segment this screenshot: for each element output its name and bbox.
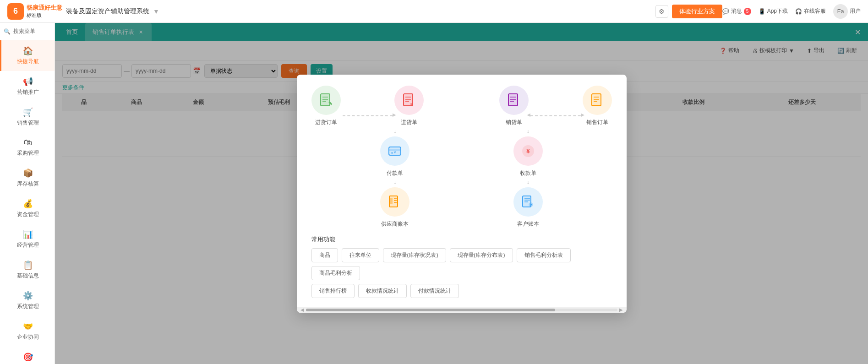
func-btn-stock-dist[interactable]: 现存量(库存分布表) — [450, 248, 513, 262]
home-icon: 🏠 — [23, 46, 33, 56]
newbie-icon: 🎯 — [23, 352, 33, 362]
supplier-ledger-circle[interactable] — [380, 187, 409, 217]
arrow-down-purchase: ↓ — [380, 128, 409, 135]
header-right: 💬 消息 5 📱 App下载 🎧 在线客服 Ea 用户 — [722, 4, 861, 19]
flow-node-purchase-order[interactable]: 进货订单 — [311, 86, 341, 126]
system-title: 装备及固定资产辅助管理系统 ▼ — [66, 7, 655, 16]
flow-node-receipt[interactable]: ¥ 收款单 — [513, 136, 543, 177]
online-service-button[interactable]: 🎧 在线客服 — [795, 7, 826, 15]
flow-node-purchase-bill[interactable]: 进货单 — [394, 86, 424, 126]
flow-node-sales-order[interactable]: 销售订单 — [583, 86, 612, 126]
sidebar-item-quick-nav[interactable]: 🏠 快捷导航 — [0, 40, 55, 71]
sidebar-item-enterprise[interactable]: 🤝 企业协同 — [0, 316, 55, 347]
common-functions: 常用功能 商品 往来单位 现存量(库存状况表) 现存量(库存分布表) 销售毛利分… — [311, 235, 612, 298]
svg-text:¥: ¥ — [393, 150, 396, 154]
sidebar-item-operation[interactable]: 📊 经营管理 — [0, 224, 55, 255]
download-icon: 📱 — [759, 8, 765, 15]
overlay[interactable]: 进货订单 进货单 — [55, 23, 868, 364]
sidebar-item-basic[interactable]: 📋 基础信息 — [0, 255, 55, 285]
message-icon: 💬 — [722, 8, 729, 15]
message-badge: 5 — [744, 8, 751, 15]
search-icon: 🔍 — [4, 28, 11, 35]
trial-button[interactable]: 体验行业方案 — [672, 5, 722, 18]
sidebar-item-newbie[interactable]: 🎯 新手引导 — [0, 347, 55, 364]
sidebar-item-inventory[interactable]: 📦 库存核算 — [0, 163, 55, 193]
message-button[interactable]: 💬 消息 5 — [722, 7, 751, 15]
scroll-right-button[interactable]: ▶ — [617, 307, 625, 312]
sales-bill-circle[interactable] — [499, 86, 529, 115]
svg-point-23 — [391, 152, 393, 154]
scrollbar-track[interactable] — [306, 309, 617, 311]
svg-rect-15 — [592, 94, 601, 106]
purchase-icon: 🛍 — [24, 138, 32, 147]
dropdown-arrow-icon[interactable]: ▼ — [153, 8, 159, 15]
guide-modal: 进货订单 进货单 — [297, 75, 627, 313]
arrow-purchase-order-to-bill — [343, 115, 393, 116]
sidebar-item-finance[interactable]: 💰 资金管理 — [0, 193, 55, 224]
func-btn-sales-profit[interactable]: 销售毛利分析表 — [517, 248, 571, 262]
app-download-button[interactable]: 📱 App下载 — [759, 7, 788, 15]
purchase-order-circle[interactable] — [311, 86, 341, 115]
guide-modal-content: 进货订单 进货单 — [297, 75, 627, 307]
user-menu-button[interactable]: Ea 用户 — [833, 4, 861, 19]
sidebar-item-sales[interactable]: 🛒 销售管理 — [0, 102, 55, 132]
sidebar: 🔍 搜索菜单 🏠 快捷导航 📢 营销推广 🛒 销售管理 🛍 采购管理 📦 库存核… — [0, 23, 55, 364]
func-btn-receipt-stats[interactable]: 收款情况统计 — [358, 284, 407, 298]
settings-button[interactable]: ⚙ — [655, 5, 668, 18]
svg-rect-10 — [508, 94, 518, 106]
flow-node-payment[interactable]: ¥ 付款单 — [380, 136, 409, 177]
flow-node-supplier-ledger[interactable]: 供应商账本 — [380, 187, 409, 228]
marketing-icon: 📢 — [23, 76, 33, 87]
sidebar-item-purchase[interactable]: 🛍 采购管理 — [0, 132, 55, 163]
finance-icon: 💰 — [23, 199, 33, 209]
svg-rect-29 — [390, 198, 393, 204]
function-btns-row1: 商品 往来单位 现存量(库存状况表) 现存量(库存分布表) 销售毛利分析表 商品… — [311, 248, 612, 280]
sidebar-item-system[interactable]: ⚙️ 系统管理 — [0, 285, 55, 316]
func-btn-product-profit[interactable]: 商品毛利分析 — [311, 266, 360, 280]
svg-rect-0 — [321, 94, 330, 106]
arrow-down-receipt: ↓ — [513, 179, 543, 185]
arrow-down-payment: ↓ — [380, 179, 409, 185]
enterprise-icon: 🤝 — [23, 321, 33, 331]
scrollbar-thumb[interactable] — [306, 309, 555, 311]
main-layout: 🔍 搜索菜单 🏠 快捷导航 📢 营销推广 🛒 销售管理 🛍 采购管理 📦 库存核… — [0, 23, 868, 364]
sidebar-item-marketing[interactable]: 📢 营销推广 — [0, 71, 55, 102]
arrow-down-sales: ↓ — [513, 128, 543, 135]
common-functions-title: 常用功能 — [311, 235, 612, 244]
func-btn-product[interactable]: 商品 — [311, 248, 338, 262]
arrow-sales-order-to-bill — [530, 115, 581, 116]
purchase-bill-circle[interactable] — [394, 86, 424, 115]
logo-text: 畅康通好生意 标准版 — [27, 4, 62, 18]
scroll-left-button[interactable]: ◀ — [299, 307, 306, 312]
sales-icon: 🛒 — [23, 107, 33, 117]
search-menu-button[interactable]: 🔍 搜索菜单 — [0, 23, 55, 40]
func-btn-stock-status[interactable]: 现存量(库存状况表) — [383, 248, 446, 262]
receipt-circle[interactable]: ¥ — [513, 136, 543, 166]
operation-icon: 📊 — [23, 229, 33, 239]
func-btn-sales-ranking[interactable]: 销售排行榜 — [311, 284, 355, 298]
func-btn-counterpart[interactable]: 往来单位 — [342, 248, 379, 262]
payment-circle[interactable]: ¥ — [380, 136, 409, 166]
flow-node-customer-ledger[interactable]: 客户账本 — [513, 187, 543, 228]
logo-icon: 6 — [7, 3, 24, 20]
logo-area: 6 畅康通好生意 标准版 — [7, 3, 62, 20]
content-area: 首页 销售订单执行表 ✕ ✕ ❓ 帮助 🖨 按模板打印 ▼ ⬆ 导出 — [55, 23, 868, 364]
customer-ledger-circle[interactable] — [513, 187, 543, 217]
sales-order-circle[interactable] — [583, 86, 612, 115]
flow-node-sales-bill[interactable]: 销货单 — [499, 86, 529, 126]
top-header: 6 畅康通好生意 标准版 装备及固定资产辅助管理系统 ▼ ⚙ 体验行业方案 💬 … — [0, 0, 868, 23]
svg-text:¥: ¥ — [526, 147, 530, 155]
modal-scrollbar: ◀ ▶ — [297, 307, 627, 313]
func-btn-payment-stats[interactable]: 付款情况统计 — [410, 284, 459, 298]
basic-icon: 📋 — [23, 260, 33, 270]
avatar: Ea — [833, 4, 848, 19]
service-icon: 🎧 — [795, 8, 802, 15]
function-btns-row2: 销售排行榜 收款情况统计 付款情况统计 — [311, 284, 612, 298]
system-icon: ⚙️ — [23, 291, 33, 301]
inventory-icon: 📦 — [23, 168, 33, 178]
